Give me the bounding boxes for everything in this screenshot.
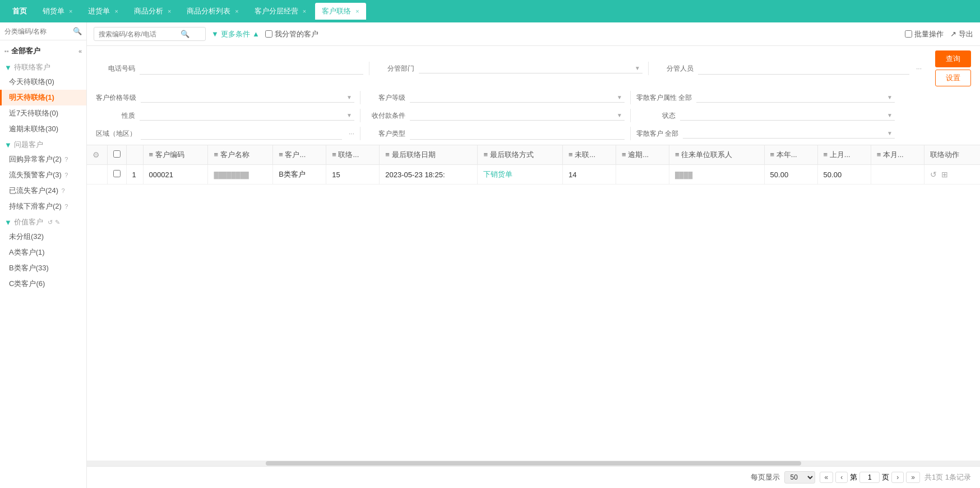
person-dots-icon[interactable]: ··· [916,65,922,72]
last-method-link[interactable]: 下销货单 [483,170,512,178]
person-input[interactable] [698,63,909,75]
cust-level-chevron-icon: ▼ [617,94,622,100]
batch-op-btn[interactable]: 批量操作 [905,29,944,39]
last-page-btn[interactable]: » [906,472,920,483]
row-checkbox[interactable] [113,170,121,177]
filter-cell-price-level: 客户价格等级 ▼ [96,93,354,103]
table-row: 1 000021 ████████ B类客户 15 2023-05-23 18:… [87,165,980,185]
search-icon[interactable]: 🔍 [181,30,189,38]
customer-table-area: ⚙ ≡ 客户编码 ≡ 客户名称 [87,145,980,461]
more-conditions-btn[interactable]: ▼ 更多条件 ▲ [211,29,260,39]
settings-icon[interactable]: ⚙ [93,150,100,159]
export-icon: ↗ [950,30,956,38]
sidebar-value-title: ▼ 价值客户 ↺ ✎ [0,214,86,229]
sidebar-item-declining[interactable]: 持续下滑客户(2) ? [0,199,86,214]
select-all-checkbox[interactable] [113,150,121,158]
batch-op-label: 批量操作 [914,29,944,39]
nav-product-list-close[interactable]: × [235,8,238,15]
row-last-date: 2023-05-23 18:25: [380,165,478,185]
scrollbar-thumb[interactable] [266,461,802,466]
phone-label: 电话号码 [96,64,135,73]
row-this-year: 50.00 [764,165,817,185]
next-page-btn[interactable]: › [891,472,904,483]
nav-purchase[interactable]: 进货单 × [81,3,124,20]
per-page-select[interactable]: 50 100 200 [784,471,815,484]
customer-table: ⚙ ≡ 客户编码 ≡ 客户名称 [87,145,980,185]
retail-attr-chevron-icon: ▼ [887,94,893,100]
nav-product-list[interactable]: 商品分析列表 × [180,3,245,20]
sidebar-item-overdue[interactable]: 逾期未联络(30) [0,121,86,137]
nav-sales[interactable]: 销货单 × [36,3,79,20]
sidebar-item-tomorrow[interactable]: 明天待联络(1) [0,90,86,105]
row-type: B类客户 [273,165,326,185]
search-input[interactable] [99,30,177,38]
right-actions: 批量操作 ↗ 导出 [905,29,973,39]
sidebar-item-typeA[interactable]: A类客户(1) [0,245,86,260]
page-input[interactable] [859,472,880,483]
payment-chevron-icon: ▼ [617,112,622,118]
sidebar-item-losswarning[interactable]: 流失预警客户(3) ? [0,167,86,183]
status-chevron-icon: ▼ [887,112,893,118]
sidebar-item-ungrouped[interactable]: 未分组(32) [0,229,86,245]
first-page-btn[interactable]: « [820,472,834,483]
nav-customer-seg-label: 客户分层经营 [255,6,298,16]
sidebar-problem-label: 问题客户 [14,140,43,150]
batch-op-checkbox[interactable] [905,30,912,38]
sidebar-item-repurchase[interactable]: 回购异常客户(2) ? [0,151,86,167]
nav-customer-contact-label: 客户联络 [322,6,351,16]
nav-purchase-close[interactable]: × [114,8,118,15]
dept-select[interactable]: ▼ [419,63,642,73]
prev-page-btn[interactable]: ‹ [835,472,848,483]
filter-row-1: 电话号码 分管部门 ▼ 分管人员 ··· [96,50,971,86]
sidebar-search-input[interactable] [4,27,71,35]
status-select[interactable]: ▼ [680,111,895,121]
sidebar-item-today[interactable]: 今天待联络(0) [0,74,86,90]
col-last-date: ≡ 最后联络日期 [380,145,478,165]
set-button[interactable]: 设置 [935,70,971,86]
export-btn[interactable]: ↗ 导出 [950,29,973,39]
horizontal-scrollbar[interactable] [87,461,980,466]
cust-level-select[interactable]: ▼ [410,93,625,103]
nav-product-analysis[interactable]: 商品分析 × [127,3,178,20]
search-box: 🔍 [94,27,206,41]
name-blur: ████████ [214,172,248,178]
sidebar-item-week7[interactable]: 近7天待联络(0) [0,105,86,121]
region-dots-icon[interactable]: ··· [349,130,354,137]
sidebar-search-icon[interactable]: 🔍 [73,27,82,35]
phone-input[interactable] [140,63,363,75]
nav-customer-contact[interactable]: 客户联络 × [315,3,366,20]
retail-cust-select[interactable]: ▼ [683,128,895,139]
price-level-select[interactable]: ▼ [141,93,354,103]
my-customers-filter[interactable]: 我分管的客户 [265,29,318,39]
col-last-method: ≡ 最后联络方式 [478,145,563,165]
payment-select[interactable]: ▼ [410,111,625,121]
nav-customer-seg[interactable]: 客户分层经营 × [248,3,313,20]
nature-select[interactable]: ▼ [140,111,354,121]
nav-customer-seg-close[interactable]: × [303,8,306,15]
col-settings[interactable]: ⚙ [87,145,107,165]
filter-cell-region: 区域（地区） ··· [96,128,354,140]
nav-sales-label: 销货单 [43,6,64,16]
refresh-icon[interactable]: ↺ [930,170,937,179]
col-contacts: ≡ 联络... [326,145,380,165]
nav-customer-contact-close[interactable]: × [355,8,359,15]
sidebar-pending-title: ▼ 待联络客户 [0,59,86,74]
pagination: 每页显示 50 100 200 « ‹ 第 页 › » 共1页 1条记录 [87,466,980,488]
sidebar-all-customers[interactable]: ▪▪ 全部客户 « [0,43,86,59]
sidebar-item-typeB[interactable]: B类客户(33) [0,260,86,276]
page-suffix: 页 [882,472,889,482]
cust-type-input[interactable] [410,128,625,140]
region-input[interactable] [141,128,342,140]
region-label: 区域（地区） [96,129,136,139]
retail-attr-select[interactable]: ▼ [696,93,895,103]
filter-cell-status: 状态 ▼ [636,111,895,121]
filter-row-2: 客户价格等级 ▼ 客户等级 ▼ 零散客户属性 全部 [96,91,971,104]
sidebar-item-typeC[interactable]: C类客户(6) [0,276,86,292]
my-customers-checkbox[interactable] [265,30,272,38]
grid-icon[interactable]: ⊞ [941,170,948,179]
nav-home[interactable]: 首页 [6,3,34,20]
sidebar-item-lost[interactable]: 已流失客户(24) ? [0,183,86,199]
nav-product-analysis-close[interactable]: × [168,8,171,15]
query-button[interactable]: 查询 [935,50,971,67]
nav-sales-close[interactable]: × [69,8,72,15]
